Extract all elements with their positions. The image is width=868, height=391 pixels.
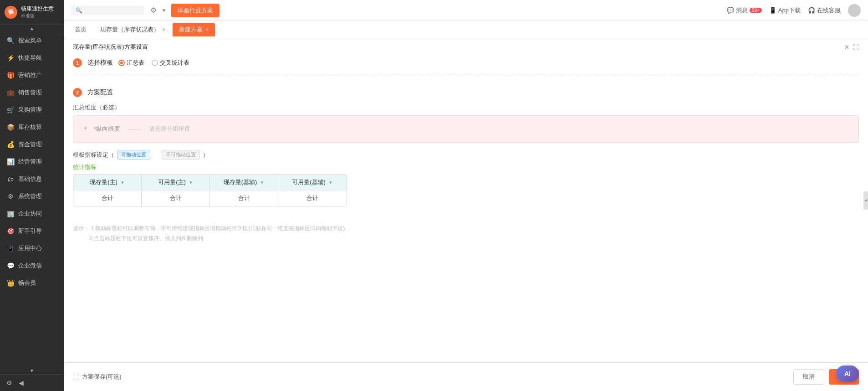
enterprise-icon: 🏢 — [6, 210, 15, 218]
page-close-icons: ✕ ⛶ — [844, 44, 859, 51]
tab-new-plan-close-icon[interactable]: × — [205, 26, 209, 33]
col-header-1-label: 可用量(主) — [158, 178, 186, 186]
tab-new-plan[interactable]: 新建方案 × — [173, 23, 215, 36]
dim-placeholder-text[interactable]: 请选择分组维度 — [149, 125, 190, 133]
expand-icon[interactable]: ⛶ — [853, 44, 859, 51]
stats-table-header: 现存量(主) ▼ 可用量(主) ▼ 现存量(基辅) ▼ 可用量(基辅) — [73, 175, 347, 190]
radio-cross-dot — [152, 60, 158, 66]
cell-0-label: 合计 — [102, 194, 113, 202]
sidebar-bottom: ⚙ ◀ — [0, 374, 64, 391]
col-header-2[interactable]: 现存量(基辅) ▼ — [210, 175, 278, 190]
sidebar-item-purchase[interactable]: 🛒 采购管理 — [0, 101, 64, 118]
radio-cross[interactable]: 交叉统计表 — [152, 59, 189, 67]
finance-icon: 💰 — [6, 140, 15, 149]
experience-btn[interactable]: 体验行业方案 — [171, 4, 220, 17]
cancel-button[interactable]: 取消 — [793, 369, 824, 385]
fixed-badge: 不可拖动位置 — [162, 150, 200, 159]
sidebar-item-enterprise[interactable]: 🏢 企业协同 — [0, 205, 64, 222]
sidebar-item-search[interactable]: 🔍 搜索菜单 — [0, 32, 64, 49]
step2-badge: 2 — [73, 88, 82, 97]
online-service-btn[interactable]: 🎧 在线客服 — [808, 6, 841, 15]
cell-3: 合计 — [278, 190, 347, 206]
topbar-dropdown-icon[interactable]: ▼ — [161, 7, 167, 14]
sidebar-item-wechat[interactable]: 💬 企业微信 — [0, 257, 64, 274]
stats-table-body: 合计 合计 合计 合计 — [73, 190, 347, 206]
sidebar-scroll-down[interactable]: ▼ — [0, 367, 64, 374]
sidebar-item-guide[interactable]: 🎯 新手引导 — [0, 222, 64, 240]
headset-icon: 🎧 — [808, 7, 815, 14]
col-header-3-label: 可用量(基辅) — [292, 178, 326, 186]
message-btn[interactable]: 💬 消息 99+ — [727, 6, 762, 15]
sidebar-item-sales[interactable]: 💼 销售管理 — [0, 84, 64, 101]
sidebar-item-operations[interactable]: 📊 经营管理 — [0, 153, 64, 170]
wechat-icon: 💬 — [6, 262, 15, 270]
sidebar-item-finance[interactable]: 💰 资金管理 — [0, 136, 64, 153]
gear-icon[interactable]: ⚙ — [150, 6, 157, 15]
sidebar: 畅 畅康通好生意 标准版 ▲ 🔍 搜索菜单 ⚡ 快捷导航 🎁 营销推广 💼 销售… — [0, 0, 64, 391]
sidebar-item-label: 基础信息 — [18, 175, 42, 183]
sidebar-item-marketing[interactable]: 🎁 营销推广 — [0, 67, 64, 84]
topbar-right: 💬 消息 99+ 📱 App下载 🎧 在线客服 — [727, 4, 861, 17]
sidebar-item-label: 经营管理 — [18, 158, 42, 166]
cell-1: 合计 — [142, 190, 210, 206]
save-checkbox[interactable]: 方案保存(可选) — [73, 373, 122, 381]
dim-arrow-icon: —— — [127, 125, 142, 133]
message-icon: 💬 — [727, 7, 734, 14]
app-download-icon: 📱 — [769, 7, 776, 14]
tab-home-label: 首页 — [75, 26, 87, 34]
search-icon: 🔍 — [76, 7, 82, 14]
sidebar-item-base-info[interactable]: 🗂 基础信息 — [0, 170, 64, 188]
radio-cross-label: 交叉统计表 — [160, 59, 189, 67]
user-avatar[interactable] — [848, 4, 861, 17]
col-header-0-label: 现存量(主) — [90, 178, 117, 186]
sidebar-item-member[interactable]: 👑 畅会员 — [0, 274, 64, 292]
step1-divider — [73, 74, 859, 74]
step1-label: 选择模板 — [87, 59, 113, 67]
save-label: 方案保存(可选) — [82, 373, 122, 381]
radio-summary[interactable]: 汇总表 — [118, 59, 144, 67]
collapse-icon[interactable]: ◀ — [19, 379, 24, 386]
system-icon: ⚙ — [6, 192, 15, 201]
tab-home[interactable]: 首页 — [68, 23, 93, 36]
sidebar-item-system[interactable]: ⚙ 系统管理 — [0, 188, 64, 205]
cell-0: 合计 — [73, 190, 142, 206]
radio-summary-dot — [118, 60, 125, 66]
checkbox-box — [73, 374, 79, 380]
col-header-0[interactable]: 现存量(主) ▼ — [73, 175, 142, 190]
operations-icon: 📊 — [6, 158, 15, 166]
step1-section: 1 选择模板 汇总表 交叉统计表 — [64, 54, 868, 83]
member-icon: 👑 — [6, 279, 15, 287]
sidebar-scroll-up[interactable]: ▲ — [0, 25, 64, 32]
sidebar-item-inventory[interactable]: 📦 库存核算 — [0, 118, 64, 136]
logo-text: 畅康通好生意 — [21, 5, 54, 13]
topbar: 🔍 ⚙ ▼ 体验行业方案 💬 消息 99+ 📱 App下载 🎧 在线客服 — [64, 0, 868, 21]
asterisk-icon: * — [84, 126, 87, 133]
inventory-icon: 📦 — [6, 123, 15, 131]
tab-inventory-close-icon[interactable]: × — [162, 26, 165, 33]
tab-new-plan-label: 新建方案 — [179, 26, 203, 34]
ai-float-button[interactable]: Ai — [836, 365, 859, 382]
tip2-text: 2.点击标题栏下拉可设置排序、插入列和删除列 — [89, 235, 203, 242]
topbar-search[interactable]: 🔍 — [71, 5, 144, 15]
cell-2-label: 合计 — [238, 194, 250, 202]
sidebar-item-quick-nav[interactable]: ⚡ 快捷导航 — [0, 49, 64, 67]
settings-icon[interactable]: ⚙ — [6, 379, 12, 386]
app-download-btn[interactable]: 📱 App下载 — [769, 6, 801, 15]
purchase-icon: 🛒 — [6, 106, 15, 114]
online-service-label: 在线客服 — [817, 6, 841, 15]
col-header-1[interactable]: 可用量(主) ▼ — [142, 175, 210, 190]
step1-row: 1 选择模板 汇总表 交叉统计表 — [73, 58, 859, 67]
indicator-close-paren: ） — [203, 151, 209, 159]
tab-inventory-status[interactable]: 现存量（库存状况表） × — [94, 23, 172, 36]
stats-section-label: 统计指标 — [73, 163, 859, 171]
col-header-2-label: 现存量(基辅) — [224, 178, 257, 186]
cell-2: 合计 — [210, 190, 278, 206]
col-header-3[interactable]: 可用量(基辅) ▼ — [278, 175, 347, 190]
quick-nav-icon: ⚡ — [6, 54, 15, 62]
right-collapse-handle[interactable]: ◀ — [863, 191, 868, 210]
sidebar-item-label: 营销推广 — [18, 71, 42, 79]
sidebar-item-label: 快捷导航 — [18, 54, 42, 62]
chevron-down-icon: ▼ — [120, 180, 125, 185]
sidebar-item-app-center[interactable]: 📱 应用中心 — [0, 240, 64, 257]
minimize-icon[interactable]: ✕ — [844, 44, 849, 51]
